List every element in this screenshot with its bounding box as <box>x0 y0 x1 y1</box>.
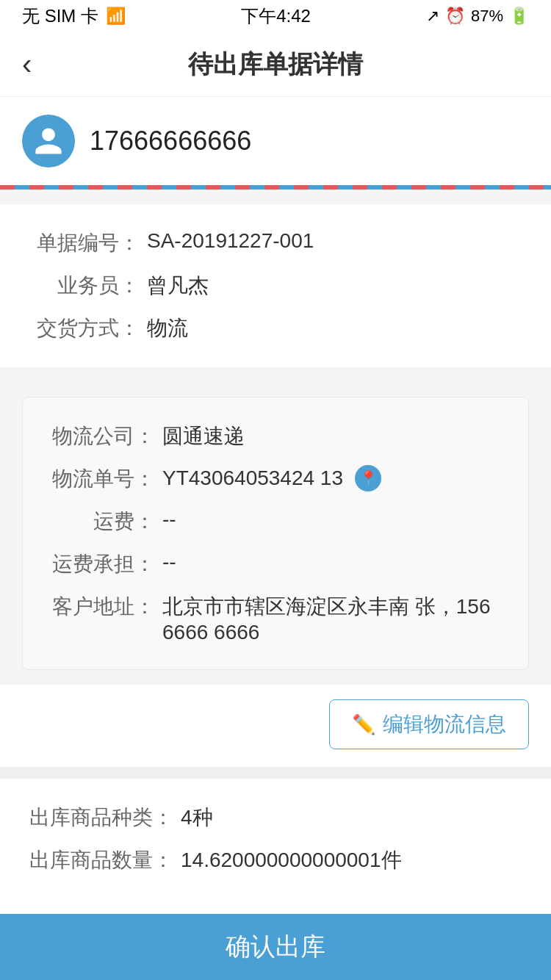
page-title: 待出库单据详情 <box>188 48 363 82</box>
goods-quantity-value: 14.620000000000001件 <box>181 846 522 874</box>
avatar <box>22 115 75 167</box>
customer-header: 17666666666 <box>0 97 551 185</box>
battery-text: 87% <box>471 7 503 26</box>
location-status-icon: ↗ <box>426 7 439 26</box>
address-value: 北京市市辖区海淀区永丰南 张，156 6666 6666 <box>162 593 506 644</box>
delivery-method-row: 交货方式： 物流 <box>29 307 522 350</box>
status-bar: 无 SIM 卡 📶 下午4:42 ↗ ⏰ 87% 🔋 <box>0 0 551 32</box>
battery-icon: 🔋 <box>509 7 529 26</box>
delivery-method-label: 交货方式： <box>29 314 147 342</box>
order-number-row: 单据编号： SA-20191227-001 <box>29 222 522 264</box>
address-row: 客户地址： 北京市市辖区海淀区永丰南 张，156 6666 6666 <box>45 586 506 652</box>
tracking-number-label: 物流单号： <box>45 465 162 493</box>
address-label: 客户地址： <box>45 593 162 621</box>
nav-bar: ‹ 待出库单据详情 <box>0 32 551 97</box>
goods-section: 出库商品种类： 4种 出库商品数量： 14.620000000000001件 <box>0 779 551 899</box>
salesperson-row: 业务员： 曾凡杰 <box>29 264 522 307</box>
freight-bearer-label: 运费承担： <box>45 550 162 578</box>
tracking-number-row: 物流单号： YT43064053424 13 <box>45 458 506 500</box>
order-number-value: SA-20191227-001 <box>147 229 522 253</box>
logistics-company-label: 物流公司： <box>45 422 162 450</box>
logistics-card: 物流公司： 圆通速递 物流单号： YT43064053424 13 运费： --… <box>22 397 529 670</box>
freight-row: 运费： -- <box>45 500 506 543</box>
location-icon[interactable] <box>355 465 381 491</box>
status-time: 下午4:42 <box>241 4 311 28</box>
order-info-section: 单据编号： SA-20191227-001 业务员： 曾凡杰 交货方式： 物流 <box>0 204 551 367</box>
salesperson-label: 业务员： <box>29 272 147 300</box>
dashed-divider <box>0 185 551 190</box>
confirm-bar[interactable]: 确认出库 <box>0 914 551 980</box>
goods-quantity-row: 出库商品数量： 14.620000000000001件 <box>29 839 522 882</box>
goods-types-row: 出库商品种类： 4种 <box>29 796 522 839</box>
freight-bearer-row: 运费承担： -- <box>45 543 506 586</box>
tracking-number-value: YT43064053424 13 <box>162 465 506 491</box>
alarm-icon: ⏰ <box>445 7 465 26</box>
back-button[interactable]: ‹ <box>22 48 46 81</box>
salesperson-value: 曾凡杰 <box>147 272 522 300</box>
freight-value: -- <box>162 508 506 531</box>
goods-quantity-label: 出库商品数量： <box>29 846 181 874</box>
goods-types-label: 出库商品种类： <box>29 804 181 832</box>
status-right: ↗ ⏰ 87% 🔋 <box>426 7 529 26</box>
logistics-company-row: 物流公司： 圆通速递 <box>45 415 506 458</box>
edit-icon: ✏️ <box>352 713 375 736</box>
freight-label: 运费： <box>45 508 162 536</box>
confirm-button-label: 确认出库 <box>226 930 325 964</box>
status-left: 无 SIM 卡 📶 <box>22 4 126 28</box>
order-number-label: 单据编号： <box>29 229 147 257</box>
edit-logistics-label: 编辑物流信息 <box>383 710 506 738</box>
edit-logistics-button[interactable]: ✏️ 编辑物流信息 <box>329 699 529 749</box>
tracking-number-text: YT43064053424 13 <box>162 466 343 490</box>
goods-types-value: 4种 <box>181 804 522 832</box>
freight-bearer-value: -- <box>162 550 506 574</box>
wifi-icon: 📶 <box>106 7 126 26</box>
carrier-text: 无 SIM 卡 <box>22 4 98 28</box>
logistics-company-value: 圆通速递 <box>162 422 506 450</box>
customer-phone: 17666666666 <box>90 126 251 156</box>
section-divider-1 <box>0 767 551 779</box>
edit-btn-container: ✏️ 编辑物流信息 <box>0 685 551 767</box>
delivery-method-value: 物流 <box>147 314 522 342</box>
person-icon <box>32 125 65 157</box>
